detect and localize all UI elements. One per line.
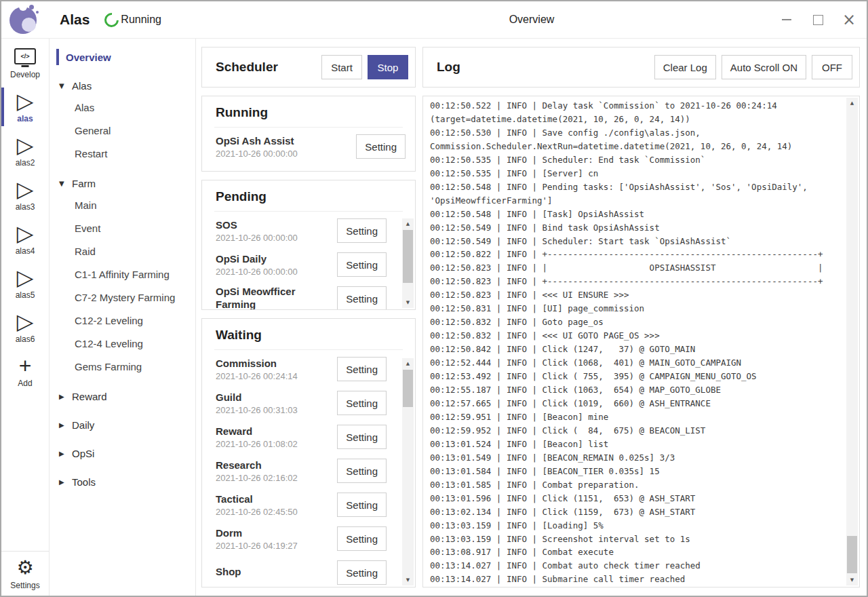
app-logo-icon bbox=[9, 4, 39, 35]
log-line: 'OpsiMeowfficerFarming'] bbox=[430, 194, 842, 208]
log-line: 00:13:14.027 | INFO | Combat auto check … bbox=[430, 559, 842, 573]
rail-item[interactable]: alas3 bbox=[1, 173, 49, 217]
task-row: Tactical 2021-10-26 02:45:50 Setting bbox=[202, 488, 415, 522]
log-line: 00:12:50.548 | INFO | Pending tasks: ['O… bbox=[430, 180, 842, 194]
stop-button[interactable]: Stop bbox=[368, 55, 408, 79]
auto-scroll-on-button[interactable]: Auto Scroll ON bbox=[722, 55, 806, 79]
auto-scroll-off-button[interactable]: OFF bbox=[812, 55, 852, 79]
nav-item[interactable]: ▼ Farm bbox=[50, 173, 195, 193]
rail-item[interactable]: alas5 bbox=[1, 261, 49, 305]
nav-item[interactable]: C12-4 Leveling bbox=[50, 332, 195, 355]
log-lines: 00:12:50.522 | INFO | Delay task `Commis… bbox=[423, 96, 859, 586]
scrollbar-thumb[interactable] bbox=[403, 230, 413, 283]
rail-item[interactable]: alas bbox=[1, 85, 49, 129]
task-setting-button[interactable]: Setting bbox=[337, 493, 387, 517]
nav-item[interactable]: ▶ Tools bbox=[50, 471, 195, 492]
task-next-run-time: 2021-10-26 01:08:02 bbox=[216, 439, 298, 449]
minimize-icon bbox=[782, 19, 791, 20]
nav-item[interactable]: C12-2 Leveling bbox=[50, 309, 195, 332]
waiting-scrollbar[interactable]: ▲ ▼ bbox=[402, 358, 414, 585]
task-setting-button[interactable]: Setting bbox=[337, 425, 387, 449]
nav-item[interactable]: Main bbox=[50, 193, 195, 216]
task-row: Dorm 2021-10-26 04:19:27 Setting bbox=[202, 522, 415, 556]
log-line: 00:12:57.665 | INFO | Click (1019, 660) … bbox=[430, 397, 842, 410]
task-name: OpSi Ash Assist bbox=[216, 134, 298, 148]
nav-item[interactable]: ▶ Reward bbox=[50, 386, 195, 406]
rail-item[interactable]: alas2 bbox=[1, 129, 49, 173]
scrollbar-thumb[interactable] bbox=[403, 370, 413, 407]
scroll-down-icon[interactable]: ▼ bbox=[402, 575, 414, 585]
instance-rail: Develop alas alas2 alas3 bbox=[1, 39, 50, 596]
log-line: 00:12:50.549 | INFO | Bind task OpsiAshA… bbox=[430, 221, 842, 235]
rail-item-label: alas4 bbox=[16, 246, 35, 256]
nav-item-label: OpSi bbox=[72, 448, 94, 459]
rail-item[interactable]: alas6 bbox=[1, 305, 49, 349]
nav-item-label: Alas bbox=[72, 80, 92, 92]
nav-item[interactable]: ▶ OpSi bbox=[50, 443, 195, 463]
task-setting-button[interactable]: Setting bbox=[337, 286, 387, 310]
nav-item[interactable]: Raid bbox=[50, 239, 195, 263]
nav-expand-icon: ▼ bbox=[59, 82, 66, 90]
scroll-up-icon[interactable]: ▲ bbox=[846, 98, 858, 109]
task-setting-button[interactable]: Setting bbox=[337, 357, 387, 381]
log-line: 00:12:50.832 | INFO | <<< UI GOTO PAGE_O… bbox=[430, 329, 842, 343]
log-line: 00:12:50.548 | INFO | [Task] OpsiAshAssi… bbox=[430, 208, 842, 221]
nav-item-overview[interactable]: Overview bbox=[50, 47, 195, 67]
nav-item-label: Alas bbox=[75, 102, 94, 113]
log-line: 00:13:14.027 | INFO | Submarine call tim… bbox=[430, 573, 842, 586]
task-setting-button[interactable]: Setting bbox=[337, 391, 387, 415]
nav-item[interactable]: ▼ Alas bbox=[50, 75, 195, 96]
running-spinner-icon bbox=[102, 9, 122, 30]
nav-item[interactable]: C1-1 Affinity Farming bbox=[50, 263, 195, 286]
nav-item-label: Raid bbox=[75, 246, 96, 257]
task-setting-button[interactable]: Setting bbox=[337, 526, 387, 551]
task-row: OpSi Daily 2021-10-26 00:00:00 Setting bbox=[202, 248, 415, 282]
nav-item-label: C7-2 Mystery Farming bbox=[75, 292, 175, 303]
log-line: 00:12:55.187 | INFO | Click (1063, 654) … bbox=[430, 383, 842, 397]
start-button[interactable]: Start bbox=[321, 55, 362, 79]
scroll-down-icon[interactable]: ▼ bbox=[402, 297, 414, 308]
log-line: 00:12:59.951 | INFO | [Beacon] mine bbox=[430, 410, 842, 424]
task-setting-button[interactable]: Setting bbox=[337, 218, 387, 243]
settings-button[interactable]: Settings bbox=[1, 551, 49, 596]
nav-expand-icon: ▶ bbox=[59, 478, 66, 486]
pending-scrollbar[interactable]: ▲ ▼ bbox=[402, 218, 414, 308]
nav-expand-icon: ▼ bbox=[59, 180, 66, 187]
log-scrollbar[interactable]: ▲ ▼ bbox=[846, 98, 858, 585]
scroll-up-icon[interactable]: ▲ bbox=[402, 358, 414, 369]
log-line: 00:12:50.535 | INFO | Scheduler: End tas… bbox=[430, 153, 842, 167]
scroll-up-icon[interactable]: ▲ bbox=[402, 218, 414, 229]
task-setting-button[interactable]: Setting bbox=[356, 134, 406, 159]
nav-item[interactable]: C7-2 Mystery Farming bbox=[50, 286, 195, 309]
rail-item[interactable]: Add bbox=[1, 349, 49, 393]
rail-item-label: Add bbox=[18, 379, 32, 388]
log-line: 00:12:50.823 | INFO | <<< UI ENSURE >>> bbox=[430, 288, 842, 302]
nav-item[interactable]: ▶ Daily bbox=[50, 415, 195, 435]
rail-item[interactable]: Develop bbox=[1, 43, 49, 85]
scheduler-column: Scheduler Start Stop Running OpSi Ash As… bbox=[201, 47, 416, 596]
scrollbar-thumb[interactable] bbox=[847, 536, 857, 573]
nav-item[interactable]: General bbox=[50, 119, 195, 142]
maximize-button[interactable] bbox=[807, 9, 829, 31]
nav-item[interactable]: Alas bbox=[50, 96, 195, 119]
task-next-run-time: 2021-10-26 00:00:00 bbox=[216, 149, 298, 159]
clear-log-button[interactable]: Clear Log bbox=[654, 55, 716, 79]
close-button[interactable]: × bbox=[838, 9, 860, 31]
task-next-run-time: 2021-10-26 00:00:00 bbox=[216, 233, 298, 243]
nav-item[interactable]: Event bbox=[50, 216, 195, 239]
task-setting-button[interactable]: Setting bbox=[337, 560, 387, 585]
nav-item[interactable]: Restart bbox=[50, 142, 195, 165]
task-setting-button[interactable]: Setting bbox=[337, 252, 387, 277]
scroll-down-icon[interactable]: ▼ bbox=[846, 575, 858, 585]
task-setting-button[interactable]: Setting bbox=[337, 459, 387, 483]
task-name: OpSi Meowfficer Farming bbox=[216, 285, 337, 311]
rail-item[interactable]: alas4 bbox=[1, 217, 49, 261]
window-controls: × bbox=[776, 1, 860, 38]
close-icon: × bbox=[842, 12, 856, 28]
minimize-button[interactable] bbox=[776, 9, 797, 31]
play-icon bbox=[17, 178, 34, 200]
log-line: 00:13:03.159 | INFO | Screenshot interva… bbox=[430, 533, 842, 546]
nav-item[interactable]: Gems Farming bbox=[50, 355, 195, 378]
app-name: Alas bbox=[60, 12, 90, 28]
task-name: Commission bbox=[216, 357, 298, 370]
